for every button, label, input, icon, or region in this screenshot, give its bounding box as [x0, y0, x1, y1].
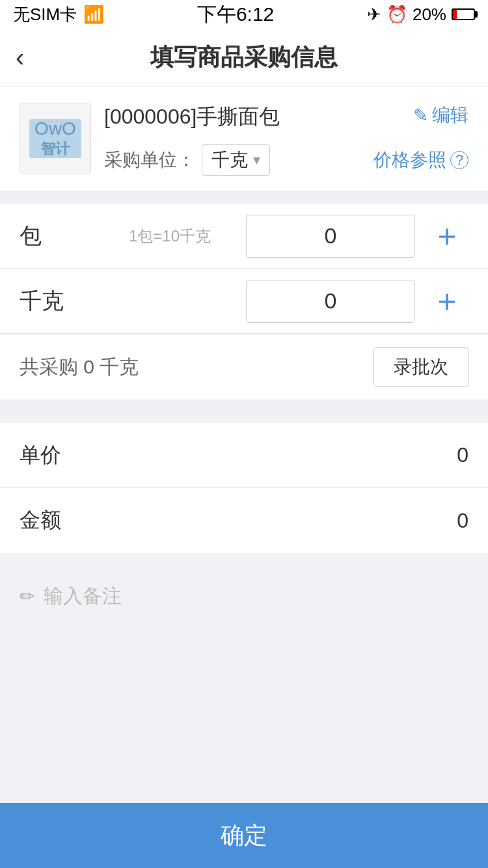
kg-input[interactable]	[246, 280, 415, 323]
page-title: 填写商品采购信息	[150, 42, 338, 74]
amount-row: 金额 0	[0, 488, 488, 553]
kg-label: 千克	[20, 286, 124, 316]
battery-icon	[452, 8, 475, 20]
amount-label: 金额	[20, 506, 61, 535]
kg-input-wrap: +	[124, 280, 468, 323]
logo-text: 智计	[41, 139, 70, 159]
kg-row: 千克 +	[0, 269, 488, 334]
product-info: [0000006]手撕面包 ✎ 编辑 采购单位： 千克 ▾ 价格参照 ?	[104, 103, 468, 176]
product-logo: OwO 智计	[29, 119, 81, 158]
carrier-label: 无SIM卡	[13, 3, 77, 26]
bao-plus-button[interactable]: +	[426, 215, 468, 258]
unit-selector[interactable]: 千克 ▾	[202, 144, 270, 176]
product-card: OwO 智计 [0000006]手撕面包 ✎ 编辑 采购单位： 千克 ▾ 价格参…	[0, 87, 488, 192]
alarm-icon: ⏰	[386, 5, 407, 25]
battery-percent: 20%	[413, 5, 446, 25]
dropdown-arrow-icon: ▾	[253, 152, 260, 169]
status-bar: 无SIM卡 📶 下午6:12 ✈ ⏰ 20%	[0, 0, 488, 29]
bao-input-section: 包 1包=10千克 +	[0, 204, 488, 269]
summary-section: 共采购 0 千克 录批次	[0, 334, 488, 400]
product-image: OwO 智计	[20, 103, 91, 174]
price-ref-button[interactable]: 价格参照 ?	[373, 148, 468, 172]
confirm-button[interactable]: 确定	[0, 803, 488, 868]
product-name: [0000006]手撕面包	[104, 103, 280, 131]
unit-value: 千克	[211, 148, 248, 172]
info-icon: ?	[450, 151, 468, 169]
product-unit-row: 采购单位： 千克 ▾ 价格参照 ?	[104, 144, 468, 176]
bao-input[interactable]	[246, 215, 415, 258]
amount-value: 0	[457, 509, 468, 533]
confirm-section: 确定	[0, 803, 488, 868]
edit-button[interactable]: ✎ 编辑	[413, 103, 468, 128]
unit-price-value: 0	[457, 443, 468, 467]
bao-sublabel: 1包=10千克	[129, 226, 211, 247]
status-left: 无SIM卡 📶	[13, 3, 104, 26]
status-right: ✈ ⏰ 20%	[367, 5, 475, 25]
unit-price-row: 单价 0	[0, 423, 488, 488]
location-icon: ✈	[367, 5, 381, 25]
back-button[interactable]: ‹	[16, 43, 24, 72]
unit-label-text: 采购单位：	[104, 148, 195, 172]
kg-plus-button[interactable]: +	[426, 280, 468, 323]
unit-price-label: 单价	[20, 441, 61, 470]
kg-input-section: 千克 +	[0, 269, 488, 334]
summary-row: 共采购 0 千克 录批次	[0, 334, 488, 400]
pencil-icon: ✏	[20, 586, 34, 607]
wifi-icon: 📶	[83, 5, 104, 25]
status-time: 下午6:12	[197, 1, 274, 28]
batch-button[interactable]: 录批次	[373, 347, 468, 387]
bao-row: 包 1包=10千克 +	[0, 204, 488, 269]
bao-label: 包	[20, 221, 124, 251]
summary-text: 共采购 0 千克	[20, 354, 139, 381]
section-divider-2	[0, 400, 488, 411]
section-divider-1	[0, 192, 488, 204]
product-header: [0000006]手撕面包 ✎ 编辑	[104, 103, 468, 131]
logo-eyes-icon: OwO	[34, 118, 76, 139]
remark-section[interactable]: ✏ 输入备注	[0, 565, 488, 628]
price-section: 单价 0 金额 0	[0, 423, 488, 553]
bao-input-wrap: +	[211, 215, 468, 258]
nav-bar: ‹ 填写商品采购信息	[0, 29, 488, 87]
edit-icon: ✎	[413, 105, 428, 126]
remark-placeholder: 输入备注	[44, 583, 122, 610]
